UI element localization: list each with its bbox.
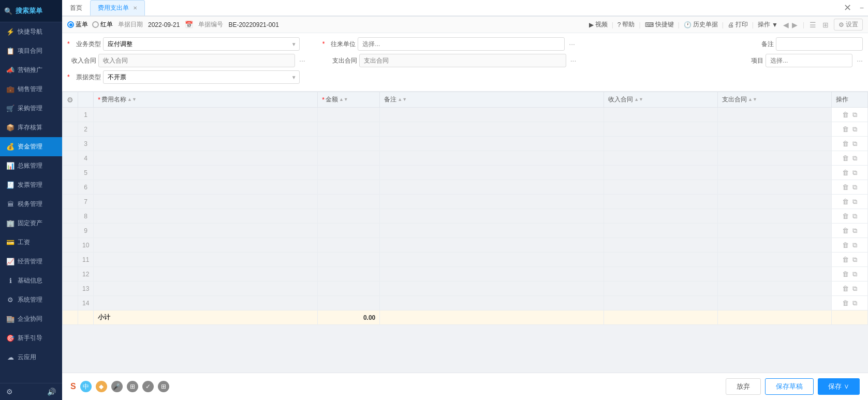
expense-name-input[interactable] (98, 140, 313, 147)
row-income-contract-cell[interactable] (604, 108, 718, 122)
expense-contract-more-btn[interactable]: ··· (570, 56, 577, 65)
expense-name-input[interactable] (98, 198, 313, 205)
delete-row-icon[interactable]: 🗑 (842, 111, 849, 118)
expense-name-input[interactable] (98, 271, 313, 278)
footer-check-icon[interactable]: ✓ (142, 381, 154, 392)
expense-name-input[interactable] (98, 126, 313, 133)
sidebar-item-fixed-assets[interactable]: 🏢固定资产 (0, 214, 62, 233)
row-expense-contract-cell[interactable] (718, 209, 832, 224)
sidebar-item-sales[interactable]: 💼销售管理 (0, 80, 62, 99)
copy-row-icon[interactable]: ⧉ (852, 227, 857, 234)
row-remark-input[interactable] (384, 155, 599, 162)
toolbar-help-btn[interactable]: ? 帮助 (617, 20, 635, 29)
toolbar-history-btn[interactable]: 🕐 历史单据 (684, 20, 718, 29)
row-amount-cell[interactable] (318, 137, 380, 151)
copy-row-icon[interactable]: ⧉ (852, 140, 857, 147)
sidebar-item-salary[interactable]: 💳工资 (0, 233, 62, 252)
row-expense-contract-cell[interactable] (718, 180, 832, 195)
copy-row-icon[interactable]: ⧉ (852, 125, 857, 133)
amount-input[interactable] (322, 227, 375, 234)
row-remark-input[interactable] (384, 184, 599, 191)
row-amount-cell[interactable] (318, 267, 380, 282)
row-expense-name-cell[interactable] (94, 180, 318, 195)
invoice-type-select[interactable]: 不开票 (103, 70, 300, 84)
sidebar-item-quick-nav[interactable]: ⚡快捷导航 (0, 22, 62, 41)
amount-input[interactable] (322, 213, 375, 220)
row-remark-cell[interactable] (380, 151, 604, 166)
delete-row-icon[interactable]: 🗑 (842, 227, 849, 234)
sidebar-item-ledger[interactable]: 📊总账管理 (0, 156, 62, 175)
row-expense-name-cell[interactable] (94, 195, 318, 209)
toolbar-print-btn[interactable]: 🖨 打印 (728, 20, 748, 29)
volume-icon[interactable]: 🔊 (47, 388, 56, 396)
footer-grid-icon[interactable]: ⊞ (127, 381, 138, 392)
expense-name-input[interactable] (98, 256, 313, 263)
row-expense-name-cell[interactable] (94, 209, 318, 224)
row-remark-input[interactable] (384, 126, 599, 133)
row-expense-contract-cell[interactable] (718, 137, 832, 151)
partner-input[interactable] (358, 37, 565, 51)
income-contract-input[interactable] (98, 54, 295, 67)
row-expense-contract-cell[interactable] (718, 151, 832, 166)
amount-input[interactable] (322, 169, 375, 176)
row-remark-cell[interactable] (380, 282, 604, 296)
row-remark-cell[interactable] (380, 122, 604, 137)
row-amount-cell[interactable] (318, 166, 380, 180)
delete-row-icon[interactable]: 🗑 (842, 285, 849, 292)
row-expense-name-cell[interactable] (94, 122, 318, 137)
row-remark-input[interactable] (384, 111, 599, 118)
delete-row-icon[interactable]: 🗑 (842, 183, 849, 191)
row-expense-contract-cell[interactable] (718, 224, 832, 238)
row-income-contract-cell[interactable] (604, 209, 718, 224)
remark-input[interactable] (776, 37, 863, 51)
sidebar-item-tax[interactable]: 🏛税务管理 (0, 195, 62, 214)
row-amount-cell[interactable] (318, 195, 380, 209)
expense-name-input[interactable] (98, 213, 313, 220)
sort-name-icon[interactable]: ▲▼ (127, 97, 137, 102)
copy-row-icon[interactable]: ⧉ (852, 256, 857, 263)
row-amount-cell[interactable] (318, 209, 380, 224)
row-expense-contract-cell[interactable] (718, 195, 832, 209)
delete-row-icon[interactable]: 🗑 (842, 270, 849, 278)
nav-prev-btn[interactable]: ◀ (782, 21, 790, 29)
partner-more-btn[interactable]: ··· (569, 40, 575, 48)
row-income-contract-cell[interactable] (604, 253, 718, 267)
row-expense-name-cell[interactable] (94, 151, 318, 166)
row-income-contract-cell[interactable] (604, 195, 718, 209)
amount-input[interactable] (322, 126, 375, 133)
amount-input[interactable] (322, 271, 375, 278)
row-remark-cell[interactable] (380, 238, 604, 253)
row-expense-name-cell[interactable] (94, 137, 318, 151)
row-income-contract-cell[interactable] (604, 137, 718, 151)
row-expense-name-cell[interactable] (94, 166, 318, 180)
row-remark-input[interactable] (384, 227, 599, 234)
footer-diamond-icon[interactable]: ◆ (96, 381, 107, 392)
row-income-contract-cell[interactable] (604, 282, 718, 296)
row-amount-cell[interactable] (318, 253, 380, 267)
delete-row-icon[interactable]: 🗑 (842, 169, 849, 176)
sidebar-item-invoice[interactable]: 🧾发票管理 (0, 175, 62, 195)
row-expense-contract-cell[interactable] (718, 296, 832, 310)
row-income-contract-cell[interactable] (604, 122, 718, 137)
expense-name-input[interactable] (98, 242, 313, 249)
row-amount-cell[interactable] (318, 122, 380, 137)
row-expense-contract-cell[interactable] (718, 282, 832, 296)
view-grid-btn[interactable]: ⊞ (821, 21, 830, 29)
row-amount-cell[interactable] (318, 282, 380, 296)
row-remark-cell[interactable] (380, 253, 604, 267)
toolbar-video-btn[interactable]: ▶ 视频 (589, 20, 608, 29)
project-input[interactable] (766, 54, 852, 67)
row-remark-cell[interactable] (380, 224, 604, 238)
amount-input[interactable] (322, 300, 375, 307)
tab-expense[interactable]: 费用支出单 ✕ (90, 0, 145, 16)
row-remark-input[interactable] (384, 242, 599, 249)
copy-row-icon[interactable]: ⧉ (852, 299, 857, 307)
delete-row-icon[interactable]: 🗑 (842, 241, 849, 249)
row-amount-cell[interactable] (318, 180, 380, 195)
copy-row-icon[interactable]: ⧉ (852, 169, 857, 176)
expense-name-input[interactable] (98, 285, 313, 292)
row-amount-cell[interactable] (318, 238, 380, 253)
biz-type-select[interactable]: 应付调整 (103, 37, 300, 51)
footer-mic-icon[interactable]: 🎤 (111, 381, 123, 392)
row-remark-input[interactable] (384, 169, 599, 176)
